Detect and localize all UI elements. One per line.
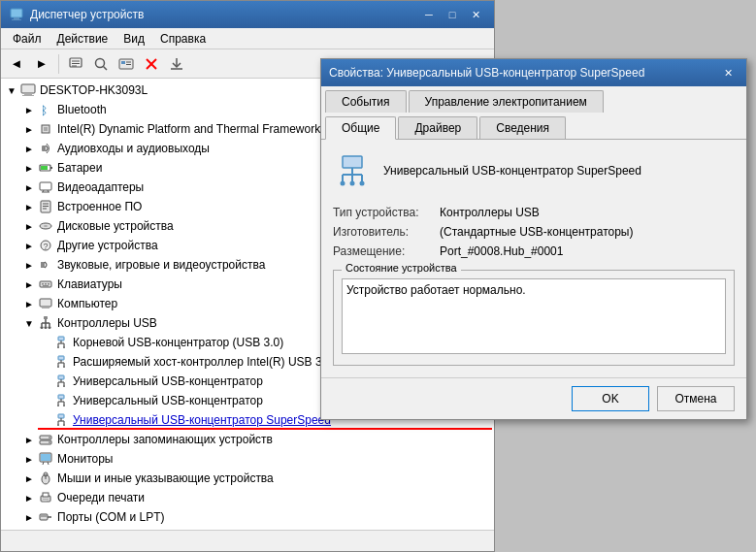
svg-point-55 [49,326,51,329]
tab-power[interactable]: Управление электропитанием [409,90,604,113]
svg-rect-106 [40,514,48,520]
properties-dialog: Свойства: Универсальный USB-концентратор… [320,58,747,420]
usb-ctrl-label: Контроллеры USB [57,316,157,330]
tree-item-print-queues[interactable]: ► Очереди печати [3,488,492,507]
svg-rect-47 [44,316,48,319]
ports-label: Порты (COM и LPT) [57,510,165,524]
print-queues-label: Очереди печати [57,491,145,504]
prop-value-mfr: (Стандартные USB-концентраторы) [440,225,735,239]
audio-label: Аудиовходы и аудиовыходы [57,142,210,155]
status-textbox[interactable] [342,278,726,354]
kb-expand-icon: ► [22,277,36,291]
ports-expand-icon: ► [22,510,36,524]
scan-icon [93,56,109,72]
forward-button[interactable]: ► [30,52,53,76]
cancel-button[interactable]: Отмена [657,386,735,411]
scan-button[interactable] [89,52,113,76]
intel-expand-icon: ► [22,122,36,136]
svg-point-62 [63,346,65,348]
other-icon: ? [38,238,53,253]
tab-events[interactable]: События [325,90,407,113]
status-textbox-container [342,278,726,357]
back-button[interactable]: ◄ [5,52,28,76]
tree-item-mice[interactable]: ► Мыши и иные указывающие устройства [3,469,492,488]
usb-device-icon-4 [53,393,69,408]
property-row-manufacturer: Изготовитель: (Стандартные USB-концентра… [333,225,735,239]
prop-value-loc: Port_#0008.Hub_#0001 [440,244,735,258]
svg-rect-27 [40,182,51,190]
install-button[interactable] [165,52,188,76]
sound-expand-icon: ► [22,258,36,272]
svg-rect-45 [40,299,51,307]
svg-rect-17 [21,84,35,93]
usb-device-icon-1 [53,335,69,350]
device-header: Универсальный USB-концентратор SuperSpee… [333,151,735,190]
svg-rect-26 [41,166,48,170]
menu-action[interactable]: Действие [49,30,116,47]
status-group-legend: Состояние устройства [342,262,461,274]
property-grid: Тип устройства: Контроллеры USB Изготови… [333,206,735,258]
svg-point-94 [49,441,50,443]
prop-label-type: Тип устройства: [333,206,440,219]
svg-rect-25 [50,167,52,169]
svg-point-134 [360,181,365,186]
chip-icon [38,121,53,137]
svg-rect-84 [58,414,64,418]
status-bar [1,530,494,551]
svg-rect-1 [14,17,19,19]
properties-icon [68,56,83,72]
svg-rect-96 [41,454,50,461]
svg-rect-42 [45,283,47,285]
svg-point-109 [45,515,47,517]
menu-help[interactable]: Справка [152,30,214,47]
svg-point-83 [63,405,65,406]
tree-item-monitors[interactable]: ► Мониторы [3,449,492,469]
other-expand-icon: ► [22,239,36,252]
mice-label: Мыши и иные указывающие устройства [57,471,274,485]
sound-label: Звуковые, игровые и видеоустройства [57,258,265,272]
tab-driver[interactable]: Драйвер [398,116,477,139]
disk-icon [38,218,53,234]
tab-general[interactable]: Общие [325,116,396,140]
display-label: Видеоадаптеры [57,180,144,194]
root-expand-icon: ▼ [5,83,18,97]
svg-text:ᛒ: ᛒ [41,104,48,117]
menu-view[interactable]: Вид [115,30,152,47]
properties-button[interactable] [64,52,87,76]
intel-platform-label: Intel(R) Dynamic Platform and Thermal Fr… [57,122,320,136]
battery-label: Батареи [57,161,102,175]
toolbar-separator-1 [58,54,59,74]
audio-expand-icon: ► [22,142,36,155]
tab-details[interactable]: Сведения [479,116,566,139]
dialog-close-button[interactable]: ✕ [717,63,739,82]
svg-rect-22 [44,127,48,131]
print-expand-icon: ► [22,491,36,504]
battery-expand-icon: ► [22,161,36,175]
update-button[interactable] [115,52,138,76]
app-icon [9,7,24,22]
root-label: DESKTOP-HK3093L [40,83,148,97]
tree-item-ports[interactable]: ► Порты (COM и LPT) [3,507,492,527]
bt-expand-icon: ► [22,103,36,116]
close-button[interactable]: ✕ [465,5,486,24]
firmware-label: Встроенное ПО [57,200,142,213]
svg-rect-104 [43,499,49,500]
dialog-title-bar: Свойства: Универсальный USB-концентратор… [321,59,746,86]
svg-point-61 [57,346,59,348]
prop-label-mfr: Изготовитель: [333,225,440,239]
svg-point-90 [63,424,65,426]
svg-point-54 [45,326,48,329]
title-buttons: ─ □ ✕ [418,5,486,24]
menu-file[interactable]: Файл [5,30,49,47]
remove-button[interactable] [140,52,163,76]
usb-ctrl-icon [38,315,53,331]
tree-item-storage[interactable]: ► Контроллеры запоминающих устройств [3,430,492,449]
usb-host-label: Расширяемый хост-контроллер Intel(R) USB… [73,355,342,369]
ok-button[interactable]: OK [572,386,649,411]
computer-node-label: Компьютер [57,297,117,310]
mouse-icon [38,471,53,486]
monitors-label: Мониторы [57,452,113,466]
maximize-button[interactable]: □ [442,5,463,24]
svg-rect-44 [43,285,49,287]
minimize-button[interactable]: ─ [418,5,440,24]
